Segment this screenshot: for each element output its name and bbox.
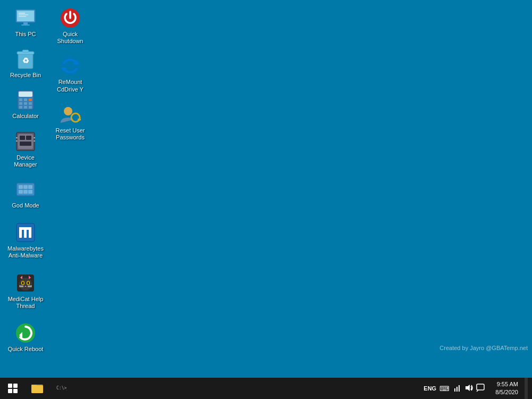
remount-cddrive-label: ReMount CdDrive Y <box>51 79 89 93</box>
svg-rect-6 <box>19 16 26 17</box>
folder-yellow-icon <box>31 382 44 395</box>
network-icon[interactable] <box>453 384 461 394</box>
desktop-icon-reset-passwords[interactable]: Reset User Passwords <box>49 101 92 144</box>
taskbar: C:\>_ ENG ⌨ <box>0 378 532 399</box>
recycle-bin-label: Recycle Bin <box>10 72 41 79</box>
windows-logo-icon <box>8 384 18 393</box>
svg-rect-33 <box>23 185 28 189</box>
svg-rect-24 <box>20 136 25 140</box>
svg-rect-31 <box>16 183 35 196</box>
svg-rect-16 <box>19 102 22 105</box>
desktop-icon-recycle-bin[interactable]: ♻ Recycle Bin <box>4 45 47 82</box>
svg-point-64 <box>64 107 72 115</box>
device-manager-icon <box>15 131 36 152</box>
watermark: Created by Jayro @GBATemp.net <box>439 345 528 351</box>
svg-point-52 <box>28 281 29 285</box>
desktop-icon-god-mode[interactable]: God Mode <box>4 176 47 212</box>
keyboard-icon[interactable]: ⌨ <box>439 385 450 393</box>
desktop-icon-quick-reboot[interactable]: Quick Reboot <box>4 319 47 356</box>
this-pc-label: This PC <box>15 31 36 38</box>
svg-rect-76 <box>456 387 458 392</box>
desktop: This PC ♻ Recycle Bin <box>0 0 532 378</box>
svg-rect-3 <box>21 24 30 26</box>
desktop-icon-quick-shutdown[interactable]: Quick Shutdown <box>49 4 92 48</box>
svg-rect-28 <box>16 140 18 142</box>
desktop-icon-calculator[interactable]: Calculator <box>4 86 47 123</box>
calculator-label: Calculator <box>12 113 39 120</box>
svg-line-82 <box>477 390 478 392</box>
language-icon[interactable]: ENG <box>423 385 436 392</box>
recycle-bin-icon: ♻ <box>15 48 36 70</box>
taskbar-clock[interactable]: 9:55 AM 8/5/2020 <box>491 380 522 397</box>
taskbar-cmd[interactable]: C:\>_ <box>49 378 72 399</box>
start-button[interactable] <box>0 378 26 399</box>
desktop-icon-medicat-help[interactable]: MediCat Help Thread <box>4 269 47 313</box>
svg-rect-15 <box>29 98 32 101</box>
calculator-icon <box>15 89 36 111</box>
svg-rect-32 <box>19 185 23 189</box>
svg-rect-71 <box>31 386 43 393</box>
svg-rect-4 <box>19 13 25 14</box>
svg-rect-27 <box>16 137 18 138</box>
medicat-help-label: MediCat Help Thread <box>6 296 45 310</box>
svg-text:♻: ♻ <box>22 56 29 65</box>
this-pc-icon <box>15 7 36 29</box>
desktop-icon-device-manager[interactable]: Device Manager <box>4 128 47 171</box>
svg-rect-25 <box>26 136 31 140</box>
svg-rect-34 <box>28 185 32 189</box>
svg-marker-78 <box>466 385 470 391</box>
god-mode-icon <box>15 179 36 200</box>
quick-shutdown-label: Quick Shutdown <box>51 31 89 45</box>
svg-rect-17 <box>24 102 27 105</box>
svg-rect-68 <box>79 119 80 121</box>
desktop-icon-remount-cddrive[interactable]: ReMount CdDrive Y <box>49 52 92 96</box>
svg-text:C:\>_: C:\>_ <box>56 386 67 390</box>
svg-rect-26 <box>20 142 31 146</box>
taskbar-file-explorer[interactable] <box>26 378 49 399</box>
taskbar-right: ENG ⌨ <box>419 378 532 399</box>
svg-rect-19 <box>19 106 22 109</box>
remount-cddrive-icon <box>60 55 81 77</box>
malwarebytes-label: Malwarebytes Anti-Malware <box>6 245 45 259</box>
svg-rect-18 <box>29 102 32 105</box>
systray: ENG ⌨ <box>419 384 489 394</box>
svg-rect-20 <box>24 106 27 109</box>
svg-rect-14 <box>24 98 27 101</box>
svg-rect-36 <box>23 190 28 194</box>
svg-point-51 <box>22 281 24 285</box>
svg-rect-9 <box>22 50 29 52</box>
medicat-help-icon <box>15 272 36 294</box>
svg-rect-35 <box>19 190 23 194</box>
svg-rect-13 <box>19 98 22 101</box>
svg-rect-21 <box>29 106 32 109</box>
reset-passwords-icon <box>60 104 81 125</box>
svg-rect-5 <box>19 14 28 15</box>
svg-rect-42 <box>19 227 31 230</box>
show-desktop-button[interactable] <box>525 378 528 399</box>
quick-reboot-label: Quick Reboot <box>8 346 44 353</box>
svg-point-65 <box>71 113 80 122</box>
svg-rect-12 <box>19 92 32 97</box>
reset-passwords-label: Reset User Passwords <box>51 127 89 141</box>
svg-rect-75 <box>454 388 455 392</box>
desktop-icon-this-pc[interactable]: This PC <box>4 4 47 41</box>
quick-shutdown-icon <box>60 7 81 29</box>
svg-rect-37 <box>28 190 32 194</box>
device-manager-label: Device Manager <box>6 154 45 168</box>
volume-icon[interactable] <box>464 384 473 394</box>
svg-rect-29 <box>34 137 35 138</box>
malwarebytes-icon <box>15 222 36 243</box>
clock-time: 9:55 AM <box>495 380 518 388</box>
cmd-icon: C:\>_ <box>54 382 67 395</box>
svg-rect-77 <box>459 385 460 392</box>
action-center-icon[interactable] <box>476 384 485 394</box>
quick-reboot-icon <box>15 322 36 344</box>
clock-date: 8/5/2020 <box>495 388 518 396</box>
svg-rect-30 <box>34 140 35 142</box>
svg-rect-81 <box>477 384 484 390</box>
god-mode-label: God Mode <box>12 202 39 209</box>
svg-point-48 <box>19 278 32 290</box>
desktop-icon-malwarebytes[interactable]: Malwarebytes Anti-Malware <box>4 219 47 262</box>
